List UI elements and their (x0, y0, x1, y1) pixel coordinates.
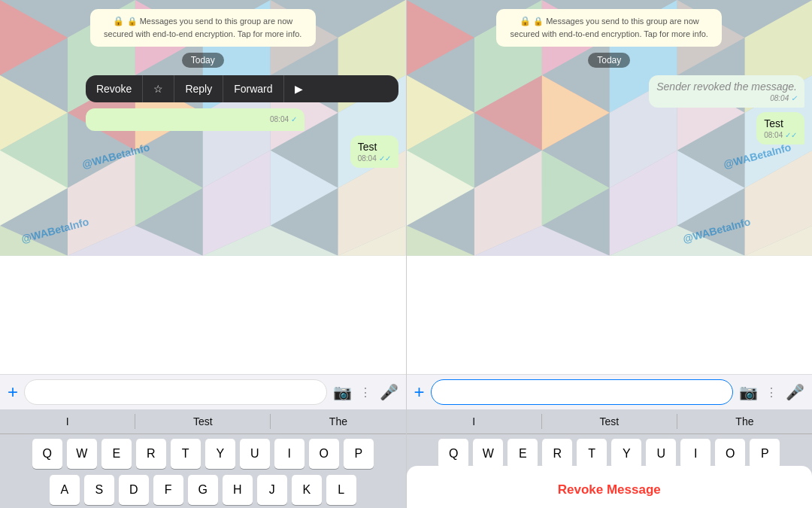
messages-area-right: Sender revoked the message. 08:04 ✓ Test… (414, 75, 805, 144)
key-y-right[interactable]: Y (611, 439, 641, 469)
message-meta-1-left: 08:04 ✓ (93, 115, 297, 123)
key-row-1-right: Q W E R T Y U I O P (410, 439, 810, 469)
key-h-left[interactable]: H (223, 475, 253, 505)
date-pill-right: Today (588, 53, 630, 68)
key-j-left[interactable]: J (257, 475, 287, 505)
camera-icon-right[interactable]: 📷 (739, 383, 758, 401)
key-e-right[interactable]: E (508, 439, 538, 469)
star-button[interactable]: ☆ (143, 75, 174, 102)
key-y-left[interactable]: Y (205, 439, 235, 469)
key-t-right[interactable]: T (577, 439, 607, 469)
key-i-left[interactable]: I (274, 439, 304, 469)
left-chat-area: 🔒 🔒 Messages you send to this group are … (0, 0, 406, 374)
autocomplete-test-right[interactable]: Test (542, 414, 677, 429)
messages-area-left: Revoke ☆ Reply Forward ▶ (8, 75, 398, 168)
key-g-left[interactable]: G (188, 475, 218, 505)
key-w-right[interactable]: W (473, 439, 503, 469)
key-f-left[interactable]: F (153, 475, 183, 505)
input-icons-left: 📷 ⋮ 🎤 (333, 383, 398, 401)
keyboard-right: I Test The Q W E R T Y U I O P A S D F (407, 409, 813, 508)
key-t-left[interactable]: T (171, 439, 201, 469)
key-s-left[interactable]: S (84, 475, 114, 505)
right-panel: 🔒 🔒 Messages you send to this group are … (407, 0, 813, 508)
key-o-left[interactable]: O (309, 439, 339, 469)
forward-button[interactable]: Forward (223, 75, 283, 102)
keyboard-left: I Test The Q W E R T Y U I O P A S D F (0, 409, 406, 508)
revoke-sheet[interactable]: Revoke Message (407, 466, 813, 508)
key-o-right[interactable]: O (715, 439, 745, 469)
left-panel: 🔒 🔒 Messages you send to this group are … (0, 0, 406, 508)
key-l-left[interactable]: L (326, 475, 356, 505)
key-u-left[interactable]: U (240, 439, 270, 469)
keyboard-rows-left: Q W E R T Y U I O P A S D F G H J K L (0, 434, 406, 508)
encryption-notice-right: 🔒 🔒 Messages you send to this group are … (496, 9, 722, 47)
key-r-left[interactable]: R (136, 439, 166, 469)
date-pill-left: Today (182, 53, 224, 68)
key-d-left[interactable]: D (119, 475, 149, 505)
message-input-right[interactable] (431, 379, 733, 405)
key-e-left[interactable]: E (102, 439, 132, 469)
key-u-right[interactable]: U (646, 439, 676, 469)
mic-icon-right[interactable]: 🎤 (786, 383, 804, 401)
key-row-2-left: A S D F G H J K L (3, 475, 403, 505)
key-q-left[interactable]: Q (32, 439, 62, 469)
message-bubble-2-right: Test 08:04 ✓✓ (756, 112, 804, 144)
dots-icon-left[interactable]: ⋮ (359, 385, 372, 400)
mic-icon-left[interactable]: 🎤 (380, 383, 398, 401)
input-bar-left: + 📷 ⋮ 🎤 (0, 374, 406, 409)
context-menu: Revoke ☆ Reply Forward ▶ (86, 75, 398, 102)
message-meta-2-right: 08:04 ✓✓ (764, 131, 797, 139)
message-bubble-2-left: Test 08:04 ✓✓ (350, 135, 398, 168)
message-input-left[interactable] (24, 379, 326, 405)
right-chat-content: 🔒 🔒 Messages you send to this group are … (407, 0, 813, 374)
more-button[interactable]: ▶ (284, 75, 314, 102)
revoked-message-meta: 08:04 ✓ (656, 94, 797, 102)
plus-button-left[interactable]: + (8, 382, 18, 403)
autocomplete-bar-right: I Test The (407, 409, 813, 434)
message-meta-2-left: 08:04 ✓✓ (358, 154, 391, 163)
autocomplete-i-left[interactable]: I (0, 414, 135, 429)
dots-icon-right[interactable]: ⋮ (765, 385, 778, 400)
autocomplete-bar-left: I Test The (0, 409, 406, 434)
camera-icon-left[interactable]: 📷 (333, 383, 352, 401)
key-k-left[interactable]: K (292, 475, 322, 505)
autocomplete-the-right[interactable]: The (677, 414, 812, 429)
autocomplete-i-right[interactable]: I (407, 414, 542, 429)
plus-button-right[interactable]: + (414, 382, 425, 403)
key-q-right[interactable]: Q (438, 439, 468, 469)
key-r-right[interactable]: R (542, 439, 572, 469)
revoke-message-title[interactable]: Revoke Message (407, 476, 813, 502)
revoke-button[interactable]: Revoke (86, 75, 143, 102)
lock-icon-left: 🔒 (113, 16, 124, 26)
key-a-left[interactable]: A (50, 475, 80, 505)
key-p-left[interactable]: P (344, 439, 374, 469)
key-p-right[interactable]: P (750, 439, 780, 469)
revoked-message-bubble: Sender revoked the message. 08:04 ✓ (649, 75, 804, 108)
encryption-notice-left: 🔒 🔒 Messages you send to this group are … (90, 9, 316, 47)
left-chat-content: 🔒 🔒 Messages you send to this group are … (0, 0, 406, 374)
input-icons-right: 📷 ⋮ 🎤 (739, 383, 804, 401)
key-w-left[interactable]: W (67, 439, 97, 469)
key-row-1-left: Q W E R T Y U I O P (3, 439, 403, 469)
input-bar-right: + 📷 ⋮ 🎤 (407, 374, 813, 409)
message-bubble-1-left: 08:04 ✓ (86, 108, 304, 131)
autocomplete-test-left[interactable]: Test (135, 414, 271, 429)
lock-icon-right: 🔒 (520, 16, 531, 26)
autocomplete-the-left[interactable]: The (271, 414, 405, 429)
key-i-right[interactable]: I (680, 439, 710, 469)
reply-button[interactable]: Reply (174, 75, 223, 102)
right-chat-area: 🔒 🔒 Messages you send to this group are … (407, 0, 813, 374)
